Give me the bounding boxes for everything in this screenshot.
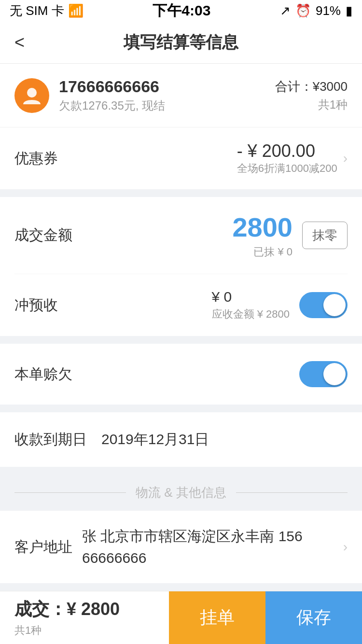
amount-value: 2800: [232, 211, 292, 243]
round-button[interactable]: 抹零: [302, 222, 348, 249]
wifi-signal-icon: 📶: [68, 3, 84, 18]
prepay-row: 冲预收 ¥ 0 应收金额 ¥ 2800: [14, 274, 348, 336]
coupon-discount: - ¥ 200.00: [237, 141, 337, 161]
avatar-icon: [21, 85, 42, 106]
battery-icon: ▮: [346, 3, 352, 18]
logistics-line-left: [14, 492, 126, 493]
customer-info: 17666666666 欠款1276.35元, 现结: [59, 77, 165, 113]
debt-row: 本单赊欠: [0, 344, 362, 405]
total-count: 共1种: [275, 97, 348, 112]
battery-text: 91%: [316, 3, 341, 18]
no-sim-text: 无 SIM 卡: [10, 2, 64, 19]
avatar: [14, 78, 49, 113]
status-time: 下午4:03: [153, 1, 210, 21]
debt-label: 本单赊欠: [14, 364, 72, 384]
coupon-chevron-icon: ›: [343, 151, 348, 166]
nav-bar: < 填写结算等信息: [0, 21, 362, 64]
due-date-row: 收款到期日 2019年12月31日: [0, 412, 362, 467]
customer-total: 合计：¥3000 共1种: [275, 78, 348, 112]
amount-right: 2800 已抹 ¥ 0 抹零: [232, 211, 348, 259]
bottom-deal-text: 成交：¥ 2800: [14, 598, 154, 621]
bottom-summary: 成交：¥ 2800 共1种: [0, 598, 169, 638]
address-row[interactable]: 客户地址 张 北京市市辖区海淀区永丰南 156 66666666 ›: [0, 511, 362, 583]
coupon-row[interactable]: 优惠券 - ¥ 200.00 全场6折满1000减200 ›: [0, 127, 362, 189]
save-button[interactable]: 保存: [265, 591, 362, 644]
prepay-toggle[interactable]: [299, 292, 348, 318]
customer-card: 17666666666 欠款1276.35元, 现结 合计：¥3000 共1种 …: [0, 64, 362, 189]
status-left: 无 SIM 卡 📶: [10, 2, 84, 19]
logistics-divider: 物流 & 其他信息: [0, 475, 362, 511]
page-title: 填写结算等信息: [124, 31, 238, 54]
amount-section: 成交金额 2800 已抹 ¥ 0 抹零 冲预收 ¥ 0 应收金额 ¥ 2800: [0, 197, 362, 336]
location-icon: ↗: [280, 3, 291, 18]
logistics-line-right: [236, 492, 348, 493]
customer-phone: 17666666666: [59, 77, 165, 96]
svg-point-0: [27, 88, 37, 98]
prepay-sub: 应收金额 ¥ 2800: [212, 307, 290, 322]
address-label: 客户地址: [14, 537, 72, 557]
amount-sub: 已抹 ¥ 0: [232, 245, 292, 259]
total-label: 合计：¥3000: [275, 78, 348, 95]
prepay-toggle-knob: [323, 294, 346, 316]
amount-label: 成交金额: [14, 225, 72, 245]
coupon-right: - ¥ 200.00 全场6折满1000减200 ›: [237, 141, 348, 176]
status-right: ↗ ⏰ 91% ▮: [280, 3, 352, 18]
deal-value: ¥ 2800: [67, 599, 120, 619]
prepay-right: ¥ 0 应收金额 ¥ 2800: [212, 289, 348, 322]
coupon-label: 优惠券: [14, 149, 58, 168]
coupon-desc: 全场6折满1000减200: [237, 161, 337, 176]
address-value: 张 北京市市辖区海淀区永丰南 156 66666666: [82, 525, 343, 569]
bottom-bar: 成交：¥ 2800 共1种 挂单 保存: [0, 591, 362, 644]
bottom-count: 共1种: [14, 623, 154, 638]
amount-row: 成交金额 2800 已抹 ¥ 0 抹零: [14, 197, 348, 274]
back-button[interactable]: <: [14, 32, 25, 53]
debt-toggle[interactable]: [299, 361, 348, 387]
alarm-icon: ⏰: [295, 3, 311, 18]
customer-row: 17666666666 欠款1276.35元, 现结 合计：¥3000 共1种: [0, 64, 362, 127]
logistics-text: 物流 & 其他信息: [126, 484, 236, 501]
prepay-label: 冲预收: [14, 295, 58, 315]
customer-sub-text: 欠款1276.35元, 现结: [59, 98, 165, 113]
prepay-value: ¥ 0: [212, 289, 290, 305]
status-bar: 无 SIM 卡 📶 下午4:03 ↗ ⏰ 91% ▮: [0, 0, 362, 21]
address-chevron-icon: ›: [343, 539, 348, 555]
due-date-label: 收款到期日: [14, 430, 87, 449]
debt-toggle-knob: [323, 363, 346, 385]
pending-button[interactable]: 挂单: [169, 591, 265, 644]
main-content: 17666666666 欠款1276.35元, 现结 合计：¥3000 共1种 …: [0, 64, 362, 641]
due-date-value: 2019年12月31日: [101, 430, 209, 449]
deal-label: 成交：: [14, 599, 67, 619]
customer-left: 17666666666 欠款1276.35元, 现结: [14, 77, 165, 113]
